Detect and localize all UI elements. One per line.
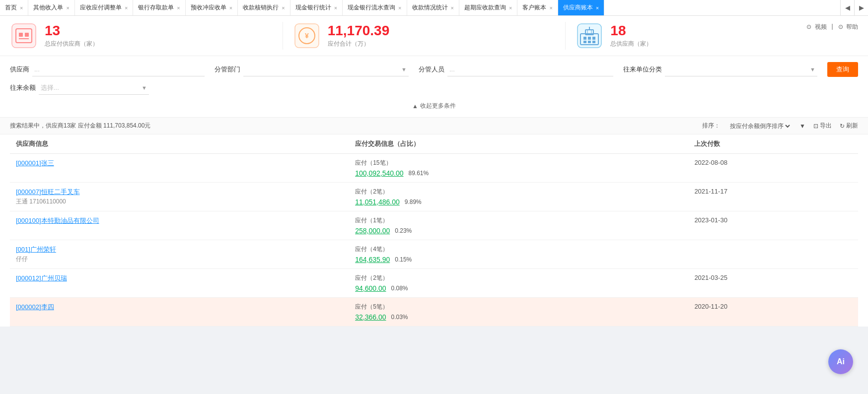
tx-percentage: 0.08% (391, 285, 408, 292)
tx-cell: 应付（1笔）258,000.000.23% (349, 211, 688, 240)
supplier-link[interactable]: [000001]张三 (16, 159, 54, 167)
tx-percentage: 0.15% (395, 256, 412, 263)
nav-tab-custbook[interactable]: 客户账本 × (517, 0, 558, 16)
last-pay-cell: 2020-11-20 (688, 298, 858, 327)
supplier-link[interactable]: [001]广州荣轩 (16, 246, 56, 253)
supplier-link[interactable]: [000012]广州贝瑞 (16, 274, 67, 282)
filter-person: 分管人员 (419, 63, 613, 76)
video-link[interactable]: ⊙ 视频 (806, 23, 826, 31)
filter-supplier: 供应商 (10, 63, 205, 76)
table-header-row: 供应商信息 应付交易信息（占比） 上次付数 (10, 134, 858, 154)
card-text-total: 18 总供应商（家） (610, 23, 652, 49)
total-label: 总供应商（家） (610, 40, 652, 48)
collapse-button[interactable]: ▲ 收起更多条件 (407, 101, 461, 111)
nav-tab-prepay[interactable]: 预收冲应收单 × (186, 0, 238, 16)
table-row: [000012]广州贝瑞应付（2笔）94,600.000.08%2021-03-… (10, 269, 858, 298)
close-tab-home[interactable]: × (20, 5, 23, 11)
supplier-label: 供应商 (10, 65, 29, 74)
amount-label: 应付合计（万） (328, 40, 390, 48)
nav-tab-overdue[interactable]: 超期应收款查询 × (459, 0, 517, 16)
dept-input[interactable] (243, 63, 409, 76)
last-pay-date: 2020-11-20 (694, 303, 727, 310)
nav-tab-cashflow[interactable]: 现金银行流水查询 × (343, 0, 407, 16)
col-header-supplier: 供应商信息 (10, 134, 349, 154)
supplier-link[interactable]: [000007]恒旺二手叉车 (16, 188, 80, 196)
dept-select-wrap: ▼ (243, 63, 409, 76)
summary-card-suppliers: 13 总应付供应商（家） (10, 22, 283, 50)
suppliers-label: 总应付供应商（家） (45, 40, 98, 48)
close-tab-income[interactable]: × (66, 5, 69, 11)
close-tab-verify[interactable]: × (282, 5, 285, 11)
top-nav: 首页 × 其他收入单 × 应收应付调整单 × 银行存取款单 × 预收冲应收单 ×… (0, 0, 868, 16)
sort-select[interactable]: 按应付余额倒序排序 (728, 122, 792, 130)
nav-tab-income[interactable]: 其他收入单 × (28, 0, 74, 16)
supplier-table: 供应商信息 应付交易信息（占比） 上次付数 [000001]张三应付（15笔）1… (10, 134, 858, 327)
export-button[interactable]: ⊡ 导出 (813, 122, 832, 130)
refresh-button[interactable]: ↻ 刷新 (840, 122, 858, 130)
nav-tab-suppbook[interactable]: 供应商账本 × (558, 0, 604, 16)
category-label: 往来单位分类 (623, 65, 662, 74)
sort-label: 排序： (702, 122, 720, 130)
supplier-link[interactable]: [000002]李四 (16, 303, 54, 311)
close-tab-adjust[interactable]: × (125, 5, 128, 11)
nav-tab-verify[interactable]: 收款核销执行 × (238, 0, 290, 16)
close-tab-bank[interactable]: × (177, 5, 180, 11)
tx-percentage: 89.61% (409, 170, 429, 177)
nav-tab-adjust[interactable]: 应收应付调整单 × (75, 0, 133, 16)
result-actions: 排序： 按应付余额倒序排序 ▼ ⊡ 导出 ↻ 刷新 (702, 122, 858, 130)
query-button[interactable]: 查询 (827, 62, 858, 77)
supplier-cell: [000007]恒旺二手叉车王通 17106110000 (10, 183, 349, 211)
tx-amount[interactable]: 258,000.00 (355, 227, 390, 235)
tx-amount[interactable]: 32,366.00 (355, 313, 386, 321)
nav-tab-cashstat[interactable]: 现金银行统计 × (290, 0, 343, 16)
suppliers-count: 13 (45, 23, 98, 39)
tx-label: 应付（2笔） (355, 274, 682, 282)
balance-input[interactable] (39, 81, 149, 95)
close-tab-custbook[interactable]: × (549, 5, 552, 11)
total-count: 18 (610, 23, 652, 39)
close-tab-prepay[interactable]: × (229, 5, 232, 11)
supplier-input[interactable] (32, 63, 205, 76)
tx-amount[interactable]: 164,635.90 (355, 256, 390, 263)
close-tab-overdue[interactable]: × (509, 5, 512, 11)
tx-label: 应付（4笔） (355, 245, 682, 254)
filter-area: 供应商 分管部门 ▼ 分管人员 往来单位分类 ▼ 查询 往来余额 (0, 56, 868, 118)
svg-text:¥: ¥ (305, 32, 309, 40)
balance-label: 往来余额 (10, 83, 36, 92)
supplier-link[interactable]: [000100]本特勤油品有限公司 (16, 217, 99, 224)
person-input[interactable] (447, 63, 613, 76)
tx-amount[interactable]: 100,092,540.00 (355, 169, 403, 177)
amount-icon: ¥ (293, 22, 321, 50)
last-pay-date: 2022-08-08 (694, 159, 727, 166)
tx-label: 应付（1笔） (355, 216, 682, 225)
tx-percentage: 0.23% (395, 227, 412, 234)
tx-cell: 应付（15笔）100,092,540.0089.61% (349, 154, 688, 183)
supplier-cell: [000001]张三 (10, 154, 349, 183)
help-link[interactable]: ⊙ 帮助 (838, 23, 858, 31)
nav-prev-button[interactable]: ◀ (840, 0, 854, 16)
top-links: ⊙ 视频 | ⊙ 帮助 (806, 23, 858, 31)
svg-rect-3 (25, 33, 29, 37)
category-input[interactable] (665, 63, 818, 76)
supplier-cell: [001]广州荣轩仔仔 (10, 240, 349, 269)
last-pay-cell: 2021-03-25 (688, 269, 858, 298)
nav-tab-home[interactable]: 首页 × (0, 0, 28, 16)
last-pay-cell: 2023-01-30 (688, 211, 858, 240)
card-text-amount: 11,170.39 应付合计（万） (328, 23, 390, 49)
summary-card-amount: ¥ 11,170.39 应付合计（万） (293, 22, 566, 50)
total-amount: 11,170.39 (328, 23, 390, 39)
category-select-wrap: ▼ (665, 63, 818, 76)
close-tab-suppbook[interactable]: × (596, 5, 599, 11)
close-tab-recvstat[interactable]: × (451, 5, 454, 11)
close-tab-cashstat[interactable]: × (334, 5, 337, 11)
nav-tab-bank[interactable]: 银行存取款单 × (133, 0, 185, 16)
nav-next-button[interactable]: ▶ (854, 0, 868, 16)
table-scroll[interactable]: 供应商信息 应付交易信息（占比） 上次付数 [000001]张三应付（15笔）1… (10, 134, 858, 327)
supplier-sub-info: 王通 17106110000 (16, 197, 343, 206)
tx-percentage: 9.89% (405, 198, 422, 205)
svg-rect-12 (592, 37, 595, 40)
tx-amount[interactable]: 11,051,486.00 (355, 198, 400, 206)
tx-amount[interactable]: 94,600.00 (355, 284, 386, 292)
close-tab-cashflow[interactable]: × (398, 5, 401, 11)
nav-tab-recvstat[interactable]: 收款情况统计 × (407, 0, 459, 16)
